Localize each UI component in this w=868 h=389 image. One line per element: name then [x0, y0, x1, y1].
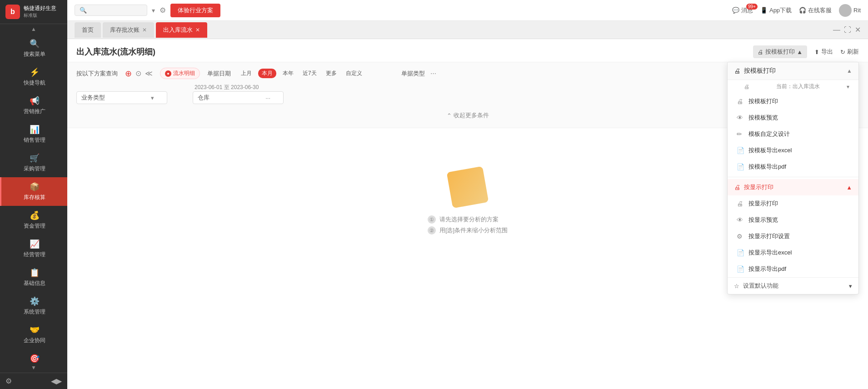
dp-template-print-icon: 🖨: [737, 98, 744, 105]
dp-display-export-excel[interactable]: 📄 按显示导出excel: [728, 244, 858, 261]
dp-header-label: 按模板打印: [744, 67, 776, 75]
tab-flow[interactable]: 出入库流水 ✕: [156, 22, 207, 38]
export-button[interactable]: ⬆ 导出: [814, 48, 833, 56]
biz-type-chevron: ▾: [151, 95, 154, 101]
print-dropdown-panel: 🖨 按模板打印 ▲ 🖨 当前：出入库流水 ▾ 🖨 按模板打印: [727, 62, 859, 294]
guide-icon: 🎯: [30, 354, 40, 363]
biz-type-label: 业务类型: [81, 94, 105, 102]
sidebar-item-quick-nav[interactable]: ⚡ 快捷导航: [0, 63, 67, 91]
dp-template-section: 🖨 按模板打印 👁 按模板预览 ✏ 模板自定义设计 📄: [728, 93, 858, 175]
message-icon: 💬: [732, 7, 739, 14]
topbar-dropdown-chevron[interactable]: ▾: [152, 7, 155, 14]
sidebar-item-system[interactable]: ⚙️ 系统管理: [0, 292, 67, 320]
settings-footer-icon[interactable]: ⚙: [5, 377, 12, 385]
tab-home[interactable]: 首页: [75, 22, 101, 38]
dp-divider: [728, 177, 858, 177]
sales-icon: 📊: [30, 125, 40, 135]
tab-flow-close[interactable]: ✕: [195, 27, 200, 33]
export-label: 导出: [821, 48, 833, 56]
app-download-button[interactable]: 📱 App下载: [760, 6, 792, 15]
dp-display-section: 🖨 按显示打印 👁 按显示预览 ⚙ 按显示打印设置 📄: [728, 195, 858, 277]
tab-minimize-icon[interactable]: —: [833, 26, 840, 34]
collapse-chevron-up: ⌃: [447, 112, 452, 119]
dp-template-export-excel[interactable]: 📄 按模板导出excel: [728, 142, 858, 159]
dp-template-export-pdf[interactable]: 📄 按模板导出pdf: [728, 159, 858, 175]
app-name: 畅捷通好生意: [24, 5, 56, 12]
step-num-2: ②: [428, 226, 436, 234]
app-download-label: App下载: [769, 6, 792, 15]
sidebar-scroll-up[interactable]: ▲: [0, 24, 67, 34]
dp-display-export-pdf[interactable]: 📄 按显示导出pdf: [728, 261, 858, 277]
dp-display-excel-label: 按显示导出excel: [748, 249, 792, 257]
dp-display-excel-icon: 📄: [737, 249, 744, 256]
sidebar-item-label: 销售管理: [24, 136, 45, 144]
dp-template-preview-icon: 👁: [737, 114, 744, 121]
dp-display-print-label: 按显示打印: [748, 199, 778, 208]
purchase-icon: 🛒: [30, 153, 40, 163]
sidebar-item-enterprise[interactable]: 🤝 企业协同: [0, 320, 67, 349]
sidebar-footer: ⚙ ◀▶: [0, 373, 67, 389]
collapse-sidebar-icon[interactable]: ◀▶: [51, 377, 62, 385]
date-btn-7days[interactable]: 近7天: [300, 69, 319, 78]
tabs-bar-controls: — ⛶ ✕: [833, 25, 861, 34]
print-dropdown-button[interactable]: 🖨 按模板打印 ▲: [753, 45, 807, 58]
sidebar-item-operations[interactable]: 📈 经营管理: [0, 234, 67, 263]
dp-current-text: 当前：出入库流水: [776, 83, 820, 90]
app-logo-icon: b: [5, 5, 20, 19]
date-shortcuts: 上月 本月 本年 近7天 更多 自定义: [238, 69, 365, 78]
dp-footer-settings[interactable]: ☆ 设置默认功能 ▾: [728, 277, 858, 294]
sidebar-item-label: 采购管理: [24, 165, 45, 173]
sidebar-item-guide[interactable]: 🎯 新手引导: [0, 349, 67, 363]
refresh-button[interactable]: ↻ 刷新: [840, 48, 859, 56]
dp-display-print[interactable]: 🖨 按显示打印: [728, 195, 858, 212]
warehouse-more[interactable]: ···: [265, 95, 270, 101]
user-avatar[interactable]: Rit: [839, 4, 861, 17]
date-btn-more[interactable]: 更多: [323, 69, 339, 78]
export-icon: ⬆: [814, 49, 819, 55]
filter-collapse-icon[interactable]: ≪: [145, 69, 153, 78]
dp-display-print-settings[interactable]: ⚙ 按显示打印设置: [728, 228, 858, 244]
filter-add-button[interactable]: ⊕: [125, 69, 132, 79]
topbar-search-box[interactable]: 🔍: [75, 5, 147, 16]
collapse-label: 收起更多条件: [454, 111, 489, 120]
dp-template-preview[interactable]: 👁 按模板预览: [728, 110, 858, 126]
print-chevron-up: ▲: [797, 49, 803, 55]
message-button[interactable]: 💬 消息 99+: [732, 6, 753, 15]
date-btn-custom[interactable]: 自定义: [343, 69, 365, 78]
page-title: 出入库流水(流水明细): [76, 46, 155, 57]
dp-display-preview[interactable]: 👁 按显示预览: [728, 212, 858, 228]
tab-close-all-icon[interactable]: ✕: [855, 25, 861, 34]
sidebar-item-search[interactable]: 🔍 搜索菜单: [0, 34, 67, 63]
sidebar-item-sales[interactable]: 📊 销售管理: [0, 120, 67, 149]
date-btn-last-month[interactable]: 上月: [238, 69, 254, 78]
filter-type-more[interactable]: ⋯: [430, 70, 436, 77]
marketing-icon: 📢: [30, 96, 40, 106]
biz-type-select[interactable]: 业务类型 ▾: [76, 91, 167, 104]
dp-display-section-header[interactable]: 🖨 按显示打印 ▲: [728, 179, 858, 195]
tab-maximize-icon[interactable]: ⛶: [844, 26, 851, 34]
industry-plan-button[interactable]: 体验行业方案: [170, 4, 220, 17]
tab-batch[interactable]: 库存批次账 ✕: [103, 22, 154, 38]
warehouse-select[interactable]: 仓库 ···: [193, 91, 284, 104]
sidebar-item-inventory[interactable]: 📦 库存核算: [0, 177, 67, 206]
sidebar-item-finance[interactable]: 💰 资金管理: [0, 206, 67, 234]
dp-header-chevron[interactable]: ▲: [847, 68, 852, 74]
headset-icon: 🎧: [799, 7, 806, 14]
filter-settings-icon[interactable]: ⊙: [135, 69, 141, 78]
online-service-button[interactable]: 🎧 在线客服: [799, 6, 832, 15]
dp-header: 🖨 按模板打印 ▲: [728, 62, 858, 80]
sidebar-scroll-down[interactable]: ▼: [0, 363, 67, 373]
date-btn-this-month[interactable]: 本月: [258, 69, 276, 78]
date-btn-this-year[interactable]: 本年: [280, 69, 296, 78]
dp-display-left: 🖨 按显示打印: [734, 183, 773, 191]
empty-step-1-label: 请先选择要分析的方案: [439, 215, 499, 224]
search-input[interactable]: [90, 7, 144, 14]
sidebar-item-purchase[interactable]: 🛒 采购管理: [0, 149, 67, 177]
topbar-gear-icon[interactable]: ⚙: [160, 6, 166, 15]
dp-template-print[interactable]: 🖨 按模板打印: [728, 93, 858, 110]
sidebar-item-marketing[interactable]: 📢 营销推广: [0, 91, 67, 120]
filter-date-label: 单据日期: [207, 70, 231, 78]
sidebar-item-basic[interactable]: 📋 基础信息: [0, 263, 67, 292]
dp-template-custom[interactable]: ✏ 模板自定义设计: [728, 126, 858, 142]
tab-batch-close[interactable]: ✕: [142, 27, 147, 33]
